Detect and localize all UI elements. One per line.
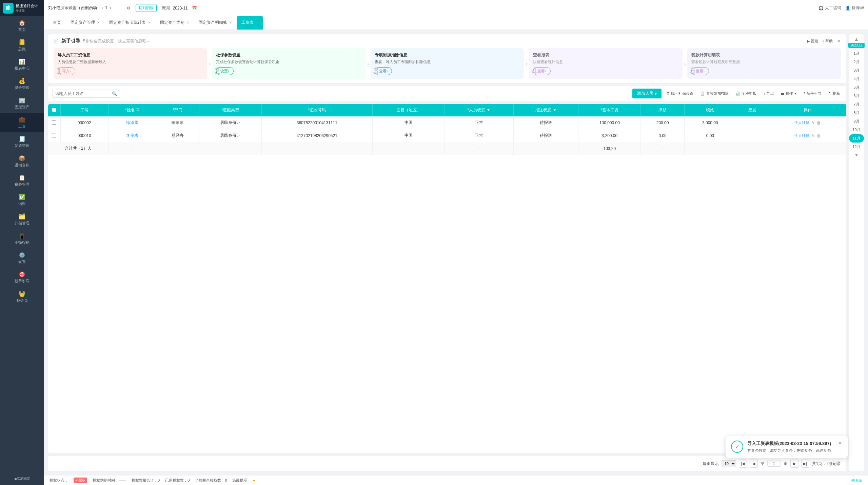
sidebar-item-expense[interactable]: 📱小畅报销 (0, 229, 44, 248)
sidebar-item-inventory[interactable]: 📦进销台账 (0, 152, 44, 171)
guide-video-btn[interactable]: ▶ 视频 (807, 39, 818, 44)
sidebar-item-general-ledger[interactable]: 📒总账 (0, 36, 44, 55)
cal-month-11[interactable]: 11月 (849, 134, 864, 143)
guide-help-btn[interactable]: ? 帮助 (822, 39, 833, 44)
cal-prev-year-btn[interactable]: ▲ (853, 35, 860, 43)
last-page-btn[interactable]: ▶| (801, 460, 809, 468)
guide-card: 📄 新手引导 5步快速完成设置，快去完善信息吧～ ▶ 视频 ? 帮助 ✕ (48, 34, 846, 83)
social-security-btn[interactable]: ⚙ 统一社保设置 (664, 90, 695, 97)
operations-btn[interactable]: ☰ 操作 ▾ (779, 90, 798, 97)
sidebar-item-new-guide[interactable]: 🎯新手引导 (0, 268, 44, 287)
extra-deduction-btn[interactable]: 📋 专项附加扣除 (698, 90, 731, 97)
tax-report-btn[interactable]: 📊 个税申报 (733, 90, 758, 97)
row-report-status-1: 待报送 (513, 129, 578, 142)
tab-close-fixed-detail[interactable]: ✕ (229, 21, 232, 24)
sidebar-item-member[interactable]: 👑畅会员 (0, 287, 44, 306)
cal-month-5[interactable]: 5月 (849, 83, 864, 92)
guide-close-btn[interactable]: ✕ (837, 38, 841, 44)
step-desc-4: 快速查看统计信息 (533, 59, 678, 64)
deduction-icon: 📋 (700, 91, 705, 96)
page-size-select[interactable]: 10 20 50 (722, 460, 736, 467)
cal-month-3[interactable]: 3月 (849, 66, 864, 75)
next-page-btn[interactable]: ▶ (790, 460, 798, 468)
prev-page-btn[interactable]: ◀ (750, 460, 758, 468)
tab-close-fixed-category[interactable]: ✕ (186, 21, 189, 24)
tax-icon: 📊 (735, 91, 740, 96)
cal-month-12[interactable]: 12月 (849, 143, 864, 151)
cal-month-8[interactable]: 8月 (849, 109, 864, 117)
row-payable-0 (736, 116, 769, 129)
op-delete-0[interactable]: 🗑 (817, 120, 821, 125)
warning-label: 温馨提示 (232, 478, 247, 483)
op-social-1[interactable]: 个人社保 (794, 133, 809, 138)
sidebar-item-tax[interactable]: 📋税务管理 (0, 171, 44, 190)
cal-month-10[interactable]: 10月 (849, 126, 864, 134)
tab-close-salary-table[interactable]: ✕ (256, 21, 258, 24)
add-person-btn[interactable]: 添加人员 ▾ (632, 89, 662, 98)
tab-salary-table[interactable]: 工资表✕ (237, 16, 263, 30)
consultation-btn[interactable]: 🎧 人工咨询 (818, 5, 841, 11)
sidebar-item-home[interactable]: 🏠首页 (0, 16, 44, 36)
sidebar-item-salary[interactable]: 💼工资 (0, 113, 44, 132)
go-authorize-btn[interactable]: 去充值 (851, 478, 863, 483)
cal-month-9[interactable]: 9月 (849, 117, 864, 126)
refresh-btn[interactable]: ↻ 刷新 (826, 90, 842, 97)
sidebar-item-invoices[interactable]: 🧾发票管理 (0, 132, 44, 152)
cal-month-6[interactable]: 6月 (849, 92, 864, 100)
add-account-btn[interactable]: ＋ (114, 4, 122, 12)
row-name-1[interactable]: 李俊杰 (108, 129, 156, 142)
auth-status-badge: 未授权 (74, 478, 87, 483)
row-id-type-0: 居民身份证 (199, 116, 261, 129)
first-page-btn[interactable]: |◀ (739, 460, 747, 468)
cancel-fixed-btn[interactable]: ◀ 取消固定 (1, 475, 43, 482)
guide-step-2: 2 社保参数设置 完成社保参数设置自动计算社保公积金 设置› (212, 48, 366, 79)
tab-fixed-detail[interactable]: 固定资产明细账✕ (194, 16, 237, 30)
search-input[interactable] (55, 91, 110, 96)
tab-fixed-asset[interactable]: 固定资产管理✕ (66, 16, 104, 30)
account-dropdown-icon[interactable]: ▾ (110, 6, 111, 10)
fixed-assets-icon: 🏢 (19, 97, 25, 104)
calendar-icon[interactable]: 📅 (191, 4, 199, 12)
sidebar-item-reports[interactable]: 📊报表中心 (0, 55, 44, 74)
tab-depreciation[interactable]: 固定资产折旧统计表✕ (104, 16, 155, 30)
tab-close-depreciation[interactable]: ✕ (148, 21, 151, 24)
sidebar-item-fixed-assets[interactable]: 🏢固定资产 (0, 94, 44, 113)
toolbar-right: 添加人员 ▾ ⚙ 统一社保设置 📋 专项附加扣除 📊 个税申报 (632, 89, 842, 98)
toast-content: 导入工资表模板(2023-03-23 15:07:59.897) 共 9 条数据… (747, 441, 834, 453)
cal-month-4[interactable]: 4月 (849, 75, 864, 83)
search-box[interactable]: 🔍 (52, 90, 120, 98)
toast-close-btn[interactable]: ✕ (838, 441, 842, 445)
settings-btn[interactable]: ⚙ (125, 4, 133, 12)
export-icon: ↓ (763, 92, 765, 96)
tab-close-fixed-asset[interactable]: ✕ (97, 21, 100, 24)
cal-month-2[interactable]: 2月 (849, 58, 864, 66)
cal-month-1[interactable]: 1月 (849, 49, 864, 58)
row-name-0[interactable]: 徐泽华 (108, 116, 156, 129)
select-all-header[interactable] (48, 104, 60, 116)
sidebar-item-settlement[interactable]: ✅结账 (0, 190, 44, 210)
user-profile-btn[interactable]: 👤 徐泽华 (845, 5, 864, 11)
sidebar-item-funds[interactable]: 💰资金管理 (0, 74, 44, 94)
row-checkbox-1[interactable] (48, 129, 60, 142)
op-delete-1[interactable]: 🗑 (817, 133, 821, 138)
op-edit-0[interactable]: ✎ (811, 120, 815, 125)
col-dept: *部门 (156, 104, 199, 116)
tab-home[interactable]: 首页 (48, 16, 66, 30)
guide-step-4: 4 查看报表 快速查看统计信息 查看› (529, 48, 683, 79)
row-checkbox-0[interactable] (48, 116, 60, 129)
row-id-0: 000002 (60, 116, 108, 129)
funds-icon: 💰 (19, 78, 25, 84)
op-social-0[interactable]: 个人社保 (794, 120, 809, 125)
export-btn[interactable]: ↓ 导出 (761, 90, 776, 97)
select-all-checkbox[interactable] (52, 108, 56, 112)
tab-fixed-category[interactable]: 固定资产类别✕ (155, 16, 194, 30)
op-edit-1[interactable]: ✎ (811, 133, 815, 138)
new-guide-btn[interactable]: ? 新手引导 (801, 90, 824, 97)
col-status: *人员状态 ▼ (445, 104, 513, 116)
cal-month-7[interactable]: 7月 (849, 100, 864, 109)
cal-next-year-btn[interactable]: ▼ (853, 151, 860, 158)
switch-version-btn[interactable]: 切到旧版 (136, 4, 157, 12)
sidebar-item-archives[interactable]: 🗂️归档管理 (0, 210, 44, 229)
page-number-input[interactable] (767, 461, 781, 467)
sidebar-item-settings[interactable]: ⚙️设置 (0, 248, 44, 268)
